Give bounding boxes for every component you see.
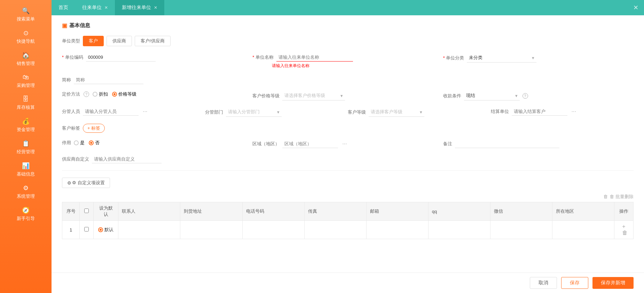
level-radio-circle <box>112 92 117 97</box>
unit-name-input[interactable] <box>276 53 353 62</box>
col-checkbox <box>80 202 94 221</box>
sidebar-item-label: 经营管理 <box>17 149 35 155</box>
pricing-help-icon[interactable]: ? <box>84 91 89 97</box>
shortname-input[interactable] <box>74 76 143 84</box>
row-checkbox[interactable] <box>84 227 89 231</box>
row-seq: 1 <box>62 221 80 239</box>
disabled-region-row: 停用 是 否 区域（地区） ··· 备注 <box>62 140 634 148</box>
price-level-arrow-icon: ▾ <box>340 93 343 98</box>
custom-settings-button[interactable]: ⚙ ⚙ 自定义项设置 <box>62 178 110 188</box>
row-qq-input[interactable] <box>432 227 487 233</box>
cancel-button[interactable]: 取消 <box>530 277 557 289</box>
batch-delete-button[interactable]: 🗑 🗑 批量删除 <box>603 194 634 199</box>
row-default-cell: 默认 <box>94 221 118 239</box>
payment-terms-help-icon[interactable]: ? <box>523 93 528 99</box>
sidebar-item-operations[interactable]: 📋 经营管理 <box>0 136 52 158</box>
row-qq-cell <box>428 221 490 239</box>
unit-type-buttons: 客户 供应商 客户/供应商 <box>83 36 171 46</box>
sidebar-item-label: 采购管理 <box>17 82 35 89</box>
sidebar-item-sales[interactable]: 🏠 销售管理 <box>0 48 52 70</box>
unit-btn-supplier[interactable]: 供应商 <box>107 36 132 46</box>
disabled-no[interactable]: 否 <box>89 140 100 146</box>
row-fax-input[interactable] <box>308 227 363 233</box>
table-header-row: 序号 设为默认 联系人 到货地址 电话号码 传真 邮箱 qq 微信 所在地区 操… <box>62 202 634 221</box>
window-close-button[interactable]: ✕ <box>633 4 638 11</box>
sidebar-item-purchase[interactable]: 🛍 采购管理 <box>0 70 52 92</box>
unit-type-group: 单位类型 客户 供应商 客户/供应商 <box>62 36 634 46</box>
settlement-more-icon[interactable]: ··· <box>570 108 578 115</box>
sidebar-item-search[interactable]: 🔍 搜索菜单 <box>0 3 52 26</box>
tab-home[interactable]: 首页 <box>52 0 75 15</box>
basicinfo-icon: 📊 <box>22 162 30 170</box>
manager-row: 分管人员 ··· 分管部门 请输入分管部门 ▾ 客户等级 请选择客户等级 ▾ 结… <box>62 107 634 117</box>
sidebar-item-guide[interactable]: 🧭 新手引导 <box>0 203 52 225</box>
pricing-radio-level[interactable]: 价格等级 <box>112 91 136 97</box>
quicknav-icon: ⊙ <box>23 29 29 37</box>
purchase-icon: 🛍 <box>23 74 29 81</box>
row-phone-input[interactable] <box>246 227 301 233</box>
unit-btn-customer[interactable]: 客户 <box>83 36 104 46</box>
tab-close-new-partner[interactable]: ✕ <box>154 5 157 10</box>
customer-price-level-group: 客户价格等级 请选择客户价格等级 ▾ <box>252 91 443 100</box>
shortname-label: 简称 <box>62 77 71 83</box>
region-more-icon[interactable]: ··· <box>341 141 348 147</box>
add-tag-button[interactable]: + 标签 <box>83 124 105 133</box>
department-select[interactable]: 请输入分管部门 ▾ <box>226 107 282 117</box>
row-address-input[interactable] <box>184 227 238 233</box>
remark-input[interactable] <box>455 140 559 148</box>
pricing-label: 定价方法 <box>62 91 80 97</box>
finance-icon: 💰 <box>22 117 30 125</box>
section-title: ▣ 基本信息 <box>62 22 634 29</box>
pricing-radio-discount[interactable]: 折扣 <box>93 91 108 97</box>
manager-label: 分管人员 <box>62 108 80 115</box>
sidebar: 🔍 搜索菜单 ⊙ 快捷导航 🏠 销售管理 🛍 采购管理 🗄 库存核算 💰 资金管… <box>0 0 52 293</box>
sidebar-item-finance[interactable]: 💰 资金管理 <box>0 114 52 136</box>
sidebar-item-quicknav[interactable]: ⊙ 快捷导航 <box>0 26 52 48</box>
add-row-button[interactable]: + <box>622 223 625 229</box>
unit-btn-both[interactable]: 客户/供应商 <box>135 36 171 46</box>
save-button[interactable]: 保存 <box>561 277 588 289</box>
unit-category-select[interactable]: 未分类 ▾ <box>467 53 536 63</box>
operations-icon: 📋 <box>22 140 30 147</box>
supplier-custom-label: 供应商自定义 <box>62 156 89 162</box>
manager-input[interactable] <box>83 107 139 116</box>
region-input[interactable] <box>282 140 338 148</box>
customer-tag-group: 客户标签 + 标签 <box>62 124 634 133</box>
row-email-input[interactable] <box>370 227 425 233</box>
sidebar-item-basicinfo[interactable]: 📊 基础信息 <box>0 158 52 181</box>
row-contact-input[interactable] <box>122 227 176 233</box>
save-and-add-button[interactable]: 保存并新增 <box>592 277 634 289</box>
manager-group: 分管人员 ··· <box>62 107 205 116</box>
tab-close-partner-list[interactable]: ✕ <box>104 5 108 10</box>
row-location-input[interactable] <box>556 227 611 233</box>
region-label: 区域（地区） <box>252 141 280 147</box>
row-default-radio[interactable]: 默认 <box>97 227 115 233</box>
unit-name-error: 请输入往来单位名称 <box>272 63 309 69</box>
customer-level-select[interactable]: 请选择客户等级 ▾ <box>369 107 424 117</box>
row-email-cell <box>366 221 428 239</box>
customer-price-level-select[interactable]: 请选择客户价格等级 ▾ <box>282 91 345 100</box>
tab-new-partner[interactable]: 新增往来单位 ✕ <box>115 0 164 15</box>
inventory-icon: 🗄 <box>23 96 29 103</box>
row-wechat-input[interactable] <box>494 227 549 233</box>
pricing-row: 定价方法 ? 折扣 价格等级 客户价格等级 请选择客户价格等级 <box>62 91 634 100</box>
settlement-input[interactable] <box>512 107 567 116</box>
form-content: ▣ 基本信息 单位类型 客户 供应商 客户/供应商 单位编码 单位名称 <box>52 15 644 272</box>
tab-partner-list[interactable]: 往来单位 ✕ <box>75 0 115 15</box>
del-row-button[interactable]: 🗑 <box>622 230 628 236</box>
remark-group: 备注 <box>443 140 634 148</box>
discount-radio-circle <box>93 92 97 97</box>
disabled-yes[interactable]: 是 <box>74 140 85 146</box>
payment-terms-group: 收款条件 现结 ▾ ? <box>443 91 634 100</box>
payment-terms-select[interactable]: 现结 ▾ <box>464 91 520 100</box>
disabled-no-circle <box>89 140 94 145</box>
manager-more-icon[interactable]: ··· <box>141 108 149 115</box>
unit-code-input[interactable] <box>86 53 156 62</box>
sidebar-item-system[interactable]: ⚙ 系统管理 <box>0 181 52 203</box>
sidebar-item-inventory[interactable]: 🗄 库存核算 <box>0 92 52 114</box>
category-arrow-icon: ▾ <box>532 55 534 60</box>
select-all-checkbox[interactable] <box>84 209 89 213</box>
supplier-custom-input[interactable] <box>92 155 162 163</box>
settlement-group: 结算单位 ··· <box>491 107 634 116</box>
unit-type-label: 单位类型 <box>62 38 80 44</box>
